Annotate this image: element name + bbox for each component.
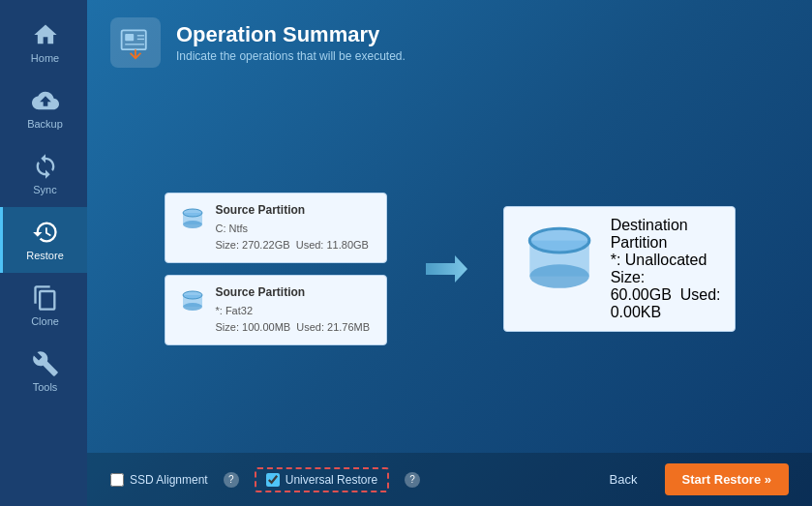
svg-point-8 <box>183 221 202 228</box>
destination-card-size: Size: 60.00GB Used: 0.00KB <box>611 269 721 321</box>
sidebar-label-restore: Restore <box>26 250 64 261</box>
source-card-2-drive: *: Fat32 <box>216 303 373 319</box>
destination-card-content: Destination Partition *: Unallocated Siz… <box>611 217 721 321</box>
destination-card-title: Destination Partition <box>611 217 721 252</box>
operation-diagram: Source Partition C: Ntfs Size: 270.22GB … <box>87 85 812 453</box>
disk-icon-2 <box>179 287 206 314</box>
header-icon-container <box>110 17 161 68</box>
home-icon <box>32 21 59 48</box>
destination-card-drive: *: Unallocated <box>611 252 721 269</box>
page-title: Operation Summary <box>176 22 406 47</box>
restore-icon <box>32 219 59 246</box>
source-card-1-title: Source Partition <box>216 203 373 217</box>
sidebar-item-backup[interactable]: Backup <box>0 75 87 141</box>
sidebar-label-clone: Clone <box>31 315 59 327</box>
sidebar-item-tools[interactable]: Tools <box>0 339 87 404</box>
universal-restore-checkbox[interactable] <box>266 473 280 487</box>
sidebar-item-restore[interactable]: Restore <box>0 207 87 273</box>
source-card-2-content: Source Partition *: Fat32 Size: 100.00MB… <box>216 285 373 335</box>
sidebar-item-sync[interactable]: Sync <box>0 141 87 207</box>
page-header: Operation Summary Indicate the operation… <box>87 0 812 85</box>
backup-icon <box>32 87 59 114</box>
sidebar: Home Backup Sync Restore Clone Tools <box>0 0 87 506</box>
svg-point-17 <box>529 264 589 288</box>
universal-restore-box: Universal Restore <box>255 467 389 492</box>
ssd-alignment-option[interactable]: SSD Alignment <box>110 473 208 487</box>
source-partition-card-1: Source Partition C: Ntfs Size: 270.22GB … <box>165 193 387 263</box>
disk-icon-1 <box>179 205 206 232</box>
sidebar-item-home[interactable]: Home <box>0 10 87 75</box>
universal-restore-help-icon[interactable]: ? <box>405 472 420 488</box>
footer-bar: SSD Alignment ? Universal Restore ? Back… <box>87 453 812 506</box>
sidebar-label-tools: Tools <box>33 381 58 393</box>
sidebar-label-home: Home <box>31 52 59 64</box>
footer-left: SSD Alignment ? Universal Restore ? <box>110 467 420 492</box>
svg-marker-14 <box>426 255 467 283</box>
ssd-alignment-label: SSD Alignment <box>130 473 208 487</box>
sidebar-item-clone[interactable]: Clone <box>0 273 87 339</box>
tools-icon <box>32 350 59 377</box>
source-card-1-drive: C: Ntfs <box>216 221 373 237</box>
source-card-1-size: Size: 270.22GB Used: 11.80GB <box>216 237 373 253</box>
header-text: Operation Summary Indicate the operation… <box>176 22 406 63</box>
start-restore-button[interactable]: Start Restore » <box>665 463 789 495</box>
universal-restore-label: Universal Restore <box>286 473 377 487</box>
arrow-container <box>416 250 474 288</box>
operation-summary-icon <box>118 25 153 60</box>
destination-disk-icon <box>518 217 601 300</box>
source-card-2-size: Size: 100.00MB Used: 21.76MB <box>216 319 373 336</box>
right-arrow-icon <box>421 250 469 288</box>
page-subtitle: Indicate the operations that will be exe… <box>176 49 406 63</box>
clone-icon <box>32 284 59 312</box>
sync-icon <box>32 153 59 180</box>
svg-rect-1 <box>125 34 134 41</box>
ssd-alignment-help-icon[interactable]: ? <box>224 472 239 488</box>
source-card-2-title: Source Partition <box>216 285 373 299</box>
footer-right: Back Start Restore » <box>594 463 789 495</box>
back-button[interactable]: Back <box>594 464 653 494</box>
source-card-1-content: Source Partition C: Ntfs Size: 270.22GB … <box>216 203 373 253</box>
ssd-alignment-checkbox[interactable] <box>110 473 124 487</box>
svg-point-12 <box>183 303 202 311</box>
sidebar-label-backup: Backup <box>27 118 63 130</box>
destination-partition-card: Destination Partition *: Unallocated Siz… <box>503 206 736 332</box>
source-partition-group: Source Partition C: Ntfs Size: 270.22GB … <box>165 193 387 345</box>
main-content: Operation Summary Indicate the operation… <box>87 0 812 506</box>
source-partition-card-2: Source Partition *: Fat32 Size: 100.00MB… <box>165 275 387 345</box>
sidebar-label-sync: Sync <box>33 184 56 195</box>
